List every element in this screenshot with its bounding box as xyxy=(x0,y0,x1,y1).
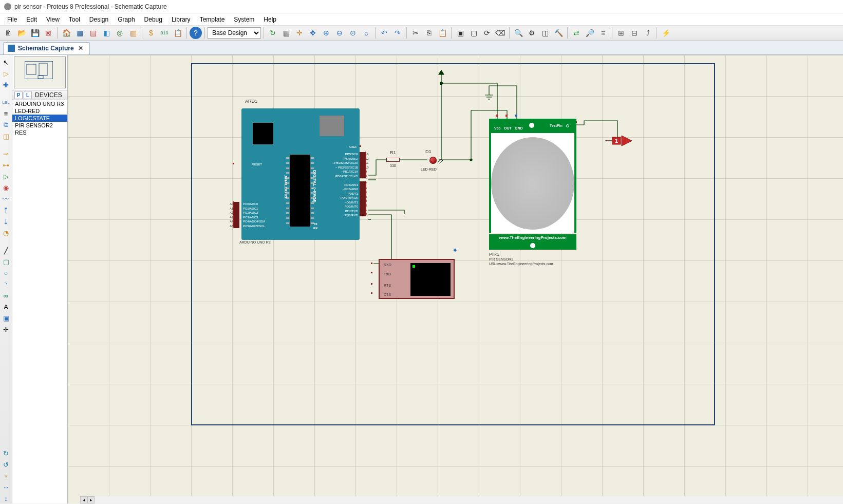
graph-icon[interactable]: ▷ xyxy=(1,171,11,181)
menu-help[interactable]: Help xyxy=(259,15,280,24)
bom-icon[interactable]: ▥ xyxy=(127,27,139,39)
zoom-area-icon[interactable]: ⌕ xyxy=(360,27,372,39)
variants-icon[interactable]: $ xyxy=(145,27,157,39)
marker-icon[interactable]: ✛ xyxy=(1,324,11,334)
new-icon[interactable]: 🗎 xyxy=(2,27,14,39)
component-led[interactable] xyxy=(429,157,437,164)
menu-view[interactable]: View xyxy=(42,15,64,24)
design-variant-combo[interactable]: Base Design xyxy=(208,27,261,39)
component-pir[interactable]: Vcc OUT GND TestPin www.TheEngineeringPr… xyxy=(489,119,576,250)
part-item[interactable]: LED-RED xyxy=(12,107,67,115)
zoom-in-icon[interactable]: ⊕ xyxy=(320,27,332,39)
block-delete-icon[interactable]: ⌫ xyxy=(494,27,507,39)
schematic-canvas[interactable]: ARD1 ARDUINO UNO R3 R1 330 D1 LED-RED PI… xyxy=(68,55,843,503)
component-arduino[interactable]: ANALOG IN DIGITAL (~PWM) RESET AREF TX R… xyxy=(241,108,360,240)
menu-template[interactable]: Template xyxy=(196,15,229,24)
redo-icon[interactable]: ↷ xyxy=(391,27,404,39)
cut-icon[interactable]: ✂ xyxy=(409,27,422,39)
block-move-icon[interactable]: ▢ xyxy=(467,27,480,39)
make-device-icon[interactable]: ⚙ xyxy=(526,27,538,39)
zoom-out-icon[interactable]: ⊖ xyxy=(333,27,346,39)
pcb-icon[interactable]: ▤ xyxy=(87,27,99,39)
tab-schematic[interactable]: Schematic Capture ✕ xyxy=(3,42,90,54)
scroll-left-icon[interactable]: ◂ xyxy=(80,496,87,503)
wire-label-icon[interactable]: LBL xyxy=(1,97,11,107)
remove-sheet-icon[interactable]: ⊟ xyxy=(628,27,641,39)
report-icon[interactable]: 📋 xyxy=(172,27,184,39)
help-icon[interactable]: ? xyxy=(190,27,202,39)
part-item[interactable]: RES xyxy=(12,129,67,136)
save-icon[interactable]: 💾 xyxy=(29,27,41,39)
part-list[interactable]: ARDUINO UNO R3 LED-RED LOGICSTATE PIR SE… xyxy=(12,100,67,503)
junction-mode-icon[interactable]: ✚ xyxy=(1,80,11,90)
part-item[interactable]: PIR SENSOR2 xyxy=(12,122,67,129)
undo-icon[interactable]: ↶ xyxy=(378,27,390,39)
pick-icon[interactable]: 🔍 xyxy=(512,27,524,39)
component-mode-icon[interactable]: ▷ xyxy=(1,68,11,79)
exit-parent-icon[interactable]: ⤴ xyxy=(642,27,654,39)
home-icon[interactable]: 🏠 xyxy=(60,27,72,39)
menu-tool[interactable]: Tool xyxy=(65,15,84,24)
menu-design[interactable]: Design xyxy=(85,15,113,24)
horizontal-scrollbar[interactable]: ◂ ▸ xyxy=(80,496,843,503)
pan-icon[interactable]: ✥ xyxy=(307,27,319,39)
block-copy-icon[interactable]: ▣ xyxy=(454,27,466,39)
subcircuit-icon[interactable]: ◫ xyxy=(1,131,11,141)
mirror-h-icon[interactable]: ↔ xyxy=(1,482,11,492)
scroll-right-icon[interactable]: ▸ xyxy=(87,496,95,503)
menu-system[interactable]: System xyxy=(230,15,258,24)
tab-close-icon[interactable]: ✕ xyxy=(77,45,84,52)
search-icon[interactable]: 🔎 xyxy=(584,27,596,39)
line-icon[interactable]: ╱ xyxy=(1,245,11,255)
mirror-v-icon[interactable]: ↕ xyxy=(1,493,11,503)
arc-icon[interactable]: ◝ xyxy=(1,279,11,289)
menu-library[interactable]: Library xyxy=(167,15,195,24)
menu-debug[interactable]: Debug xyxy=(140,15,166,24)
part-item[interactable]: LOGICSTATE xyxy=(12,115,67,122)
new-sheet-icon[interactable]: ⊞ xyxy=(615,27,627,39)
close-project-icon[interactable]: ⊠ xyxy=(42,27,54,39)
box-icon[interactable]: ▢ xyxy=(1,256,11,267)
wire-autoroute-icon[interactable]: ⇄ xyxy=(570,27,583,39)
erc-icon[interactable]: ⚡ xyxy=(660,27,672,39)
selection-mode-icon[interactable]: ↖ xyxy=(1,57,11,67)
overview-window[interactable] xyxy=(14,57,66,88)
decompose-icon[interactable]: 🔨 xyxy=(552,27,565,39)
text-script-icon[interactable]: ≡ xyxy=(1,108,11,119)
paste-icon[interactable]: 📋 xyxy=(436,27,448,39)
rotate-cw-icon[interactable]: ↻ xyxy=(1,448,11,458)
3d-icon[interactable]: ◧ xyxy=(100,27,113,39)
origin-icon[interactable]: ✛ xyxy=(293,27,306,39)
zoom-fit-icon[interactable]: ⊙ xyxy=(347,27,359,39)
packaging-icon[interactable]: ◫ xyxy=(539,27,551,39)
generator-icon[interactable]: 〰 xyxy=(1,194,11,204)
menu-graph[interactable]: Graph xyxy=(114,15,139,24)
symbol-icon[interactable]: ▣ xyxy=(1,313,11,323)
pick-parts-icon[interactable]: P xyxy=(14,91,23,99)
open-icon[interactable]: 📂 xyxy=(15,27,28,39)
menu-edit[interactable]: Edit xyxy=(22,15,41,24)
copy-icon[interactable]: ⎘ xyxy=(423,27,435,39)
device-pin-icon[interactable]: ⊶ xyxy=(1,160,11,170)
path-icon[interactable]: ∞ xyxy=(1,290,11,301)
component-virtual-terminal[interactable]: RXD TXD RTS CTS xyxy=(379,259,455,299)
bus-mode-icon[interactable]: ⧉ xyxy=(1,120,11,130)
binary-icon[interactable]: 010 xyxy=(158,27,171,39)
instrument-icon[interactable]: ◔ xyxy=(1,228,11,238)
text-icon[interactable]: A xyxy=(1,302,11,312)
rotate-ccw-icon[interactable]: ↺ xyxy=(1,459,11,470)
schematic-icon[interactable]: ▦ xyxy=(73,27,86,39)
property-icon[interactable]: ≡ xyxy=(597,27,609,39)
circle-icon[interactable]: ○ xyxy=(1,268,11,278)
block-rotate-icon[interactable]: ⟳ xyxy=(481,27,493,39)
voltage-probe-icon[interactable]: ⤒ xyxy=(1,205,11,215)
part-item[interactable]: ARDUINO UNO R3 xyxy=(12,100,67,107)
component-logicstate[interactable]: 1 xyxy=(606,133,632,150)
refresh-icon[interactable]: ↻ xyxy=(267,27,279,39)
grid-icon[interactable]: ▦ xyxy=(280,27,292,39)
library-parts-icon[interactable]: L xyxy=(24,91,32,99)
current-probe-icon[interactable]: ⤓ xyxy=(1,216,11,227)
menu-file[interactable]: File xyxy=(3,15,21,24)
gerber-icon[interactable]: ◎ xyxy=(114,27,126,39)
component-resistor[interactable] xyxy=(386,158,400,162)
